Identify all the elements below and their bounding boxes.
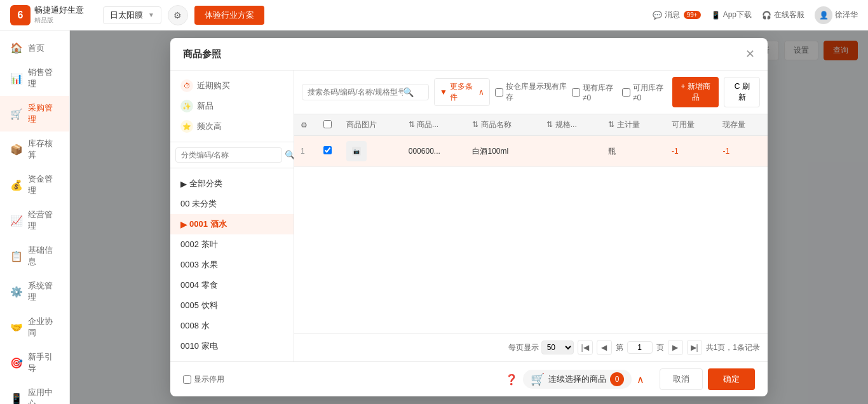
main-area: 查询 设置 刷新 商品参照 ✕ bbox=[70, 30, 868, 404]
collapse-cart-icon[interactable]: ∧ bbox=[637, 374, 644, 386]
logo-icon: 6 bbox=[10, 5, 31, 25]
sidebar-label-purchase: 采购管理 bbox=[28, 102, 59, 125]
category-search-input[interactable] bbox=[175, 147, 282, 163]
logo-text-area: 畅捷通好生意 精品版 bbox=[34, 5, 84, 25]
modal-overlay: 商品参照 ✕ ⏱ 近期购买 ✨ bbox=[70, 30, 868, 404]
cancel-button[interactable]: 取消 bbox=[660, 368, 703, 390]
messages-btn[interactable]: 💬 消息 99+ bbox=[653, 10, 701, 20]
sidebar-item-app-center[interactable]: 📱 应用中心 bbox=[0, 380, 69, 404]
sidebar-label-system: 系统管理 bbox=[28, 280, 59, 303]
product-table: ⚙ 商品图片 ⇅ 商品... bbox=[294, 114, 768, 167]
nav-label: 日太阳膜 bbox=[110, 10, 143, 21]
cat-item-liquor[interactable]: ▶ 0001 酒水 bbox=[170, 214, 294, 234]
row-checkbox-cell bbox=[317, 136, 340, 167]
cat-item-all[interactable]: ▶ 全部分类 bbox=[170, 173, 294, 194]
page-number-input[interactable] bbox=[627, 341, 653, 354]
sidebar-label-app-center: 应用中心 bbox=[28, 387, 59, 404]
col-unit[interactable]: ⇅ 主计量 bbox=[602, 114, 665, 136]
check-available[interactable]: 现有库存≠0 bbox=[572, 83, 617, 102]
sidebar-item-enterprise[interactable]: 🤝 企业协同 bbox=[0, 309, 69, 345]
show-disabled-input[interactable] bbox=[183, 375, 191, 384]
cat-item-water[interactable]: 0008 水 bbox=[170, 316, 294, 336]
online-service-btn[interactable]: 🎧 在线客服 bbox=[762, 10, 804, 20]
settings-icon[interactable]: ⚙ bbox=[168, 5, 188, 25]
col-code[interactable]: ⇅ 商品... bbox=[402, 114, 466, 136]
add-product-button[interactable]: + 新增商品 bbox=[672, 77, 719, 107]
spec-sort-icon: ⇅ bbox=[546, 120, 553, 129]
cat-item-snacks[interactable]: 0004 零食 bbox=[170, 275, 294, 295]
category-list[interactable]: ▶ 全部分类 00 未分类 ▶ 0001 酒水 0002 茶 bbox=[170, 168, 294, 361]
cat-item-beverage[interactable]: 0005 饮料 bbox=[170, 295, 294, 316]
sidebar-item-finance[interactable]: 💰 资金管理 bbox=[0, 167, 69, 203]
sidebar-item-inventory[interactable]: 📦 库存核算 bbox=[0, 131, 69, 167]
row-checkbox[interactable] bbox=[323, 146, 332, 154]
quick-new-product[interactable]: ✨ 新品 bbox=[175, 96, 288, 116]
cart-badge: 🛒 连续选择的商品 0 bbox=[523, 370, 632, 389]
check-usable[interactable]: 可用库存≠0 bbox=[622, 83, 667, 102]
cat-item-appliance[interactable]: 0010 家电 bbox=[170, 336, 294, 356]
show-disabled-checkbox[interactable]: 显示停用 bbox=[183, 374, 224, 385]
cart-count: 0 bbox=[610, 372, 624, 386]
inventory-icon: 📦 bbox=[10, 144, 23, 156]
first-page-button[interactable]: |◀ bbox=[578, 340, 593, 355]
prev-page-button[interactable]: ◀ bbox=[597, 340, 612, 355]
col-available: 可用量 bbox=[665, 114, 717, 136]
product-search-icon[interactable]: 🔍 bbox=[403, 87, 414, 97]
page-size-select[interactable]: 20 50 100 bbox=[541, 340, 574, 354]
category-search-icon[interactable]: 🔍 bbox=[285, 150, 294, 160]
quick-recent-purchase[interactable]: ⏱ 近期购买 bbox=[175, 76, 288, 96]
guide-icon: 🎯 bbox=[10, 357, 23, 369]
try-button[interactable]: 体验行业方案 bbox=[194, 6, 264, 25]
sidebar-item-guide[interactable]: 🎯 新手引导 bbox=[0, 345, 69, 380]
modal-close-button[interactable]: ✕ bbox=[745, 47, 755, 61]
content-panel: 🔍 ▼ 更多条件 ∧ 按仓库显示现有库存 bbox=[294, 71, 768, 361]
page-info: 共1页，1条记录 bbox=[706, 342, 760, 353]
row-name-cell: 白酒100ml bbox=[466, 136, 540, 167]
refresh-button[interactable]: C 刷新 bbox=[724, 77, 760, 107]
next-page-button[interactable]: ▶ bbox=[668, 340, 683, 355]
sidebar-item-purchase[interactable]: 🛒 采购管理 bbox=[0, 96, 69, 131]
sidebar-item-home[interactable]: 🏠 首页 bbox=[0, 36, 69, 60]
help-icon[interactable]: ❓ bbox=[505, 374, 518, 386]
confirm-button[interactable]: 确定 bbox=[708, 368, 755, 390]
select-all-checkbox[interactable] bbox=[323, 120, 332, 128]
user-profile-btn[interactable]: 👤 徐泽华 bbox=[815, 6, 858, 24]
filter-label: 更多条件 bbox=[450, 81, 476, 103]
check-by-warehouse-input[interactable] bbox=[495, 88, 503, 97]
nav-selector[interactable]: 日太阳膜 ▼ bbox=[103, 6, 161, 24]
table-row[interactable]: 1 📷 000600... bbox=[294, 136, 768, 167]
operations-icon: 📈 bbox=[10, 215, 23, 227]
page-label: 第 bbox=[616, 342, 623, 353]
sidebar-item-system[interactable]: ⚙️ 系统管理 bbox=[0, 274, 69, 309]
app-download-btn[interactable]: 📱 App下载 bbox=[711, 10, 752, 20]
col-spec[interactable]: ⇅ 规格... bbox=[540, 114, 602, 136]
check-usable-label: 可用库存≠0 bbox=[633, 83, 667, 102]
col-name[interactable]: ⇅ 商品名称 bbox=[466, 114, 540, 136]
sidebar-item-basic-info[interactable]: 📋 基础信息 bbox=[0, 238, 69, 274]
svg-text:📷: 📷 bbox=[353, 148, 360, 154]
unit-sort-icon: ⇅ bbox=[608, 120, 614, 129]
message-icon: 💬 bbox=[653, 11, 662, 20]
quick-new-label: 新品 bbox=[197, 100, 214, 112]
product-search-input[interactable] bbox=[308, 88, 403, 97]
sort-icon: ⇅ bbox=[409, 120, 415, 129]
quick-recent-label: 近期购买 bbox=[197, 80, 230, 91]
cat-item-unclassified[interactable]: 00 未分类 bbox=[170, 194, 294, 214]
quick-frequent[interactable]: ⭐ 频次高 bbox=[175, 116, 288, 137]
freq-icon: ⭐ bbox=[180, 120, 193, 133]
category-panel: ⏱ 近期购买 ✨ 新品 ⭐ 频次高 bbox=[170, 71, 294, 361]
cat-liquor-arrow-icon: ▶ bbox=[180, 220, 187, 229]
last-page-button[interactable]: ▶| bbox=[687, 340, 702, 355]
filter-button[interactable]: ▼ 更多条件 ∧ bbox=[434, 78, 490, 106]
cat-item-fruit[interactable]: 0003 水果 bbox=[170, 255, 294, 275]
new-icon: ✨ bbox=[180, 100, 193, 112]
check-by-warehouse[interactable]: 按仓库显示现有库存 bbox=[495, 81, 567, 103]
check-usable-input[interactable] bbox=[622, 88, 630, 97]
cat-fruit-label: 0003 水果 bbox=[180, 259, 218, 271]
row-num-cell: 1 bbox=[294, 136, 317, 167]
sidebar-label-guide: 新手引导 bbox=[28, 351, 59, 374]
sidebar-item-operations[interactable]: 📈 经营管理 bbox=[0, 203, 69, 238]
cat-item-tea[interactable]: 0002 茶叶 bbox=[170, 234, 294, 255]
sidebar-item-sales[interactable]: 📊 销售管理 bbox=[0, 60, 69, 96]
check-available-input[interactable] bbox=[572, 88, 580, 97]
